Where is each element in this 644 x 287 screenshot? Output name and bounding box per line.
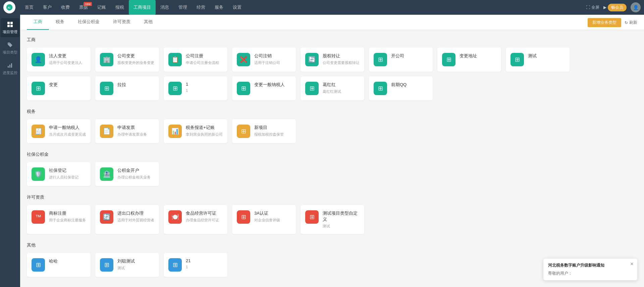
nav-industry[interactable]: 工商项目 <box>129 0 156 15</box>
card-gehr[interactable]: ⊞ 葛红红 葛红红测试 <box>301 76 364 100</box>
card-desc: 1 <box>186 88 223 93</box>
card-desc: 葛红红测试 <box>323 89 360 94</box>
card-title: 申请一般纳税人 <box>49 125 86 131</box>
nav-client[interactable]: 客户 <box>38 0 56 15</box>
license-cards-grid: ™ 商标注册 用于企业商标注册服务 🔄 进出口权办理 适用于对外贸易经营者 🍽️ <box>27 205 637 234</box>
card-equity-transfer[interactable]: 🔄 股权转让 公司变更需要股权转让 <box>301 48 364 72</box>
card-1[interactable]: ⊞ 1 1 <box>164 76 227 100</box>
card-haha[interactable]: ⊞ 哈哈 <box>27 253 91 277</box>
card-desc: 办理申请发票业务 <box>117 132 154 137</box>
card-title: 葛红红 <box>323 82 360 88</box>
logo[interactable]: Ai <box>3 1 15 13</box>
card-21[interactable]: ⊞ 21 1 <box>164 253 227 277</box>
tab-tax[interactable]: 税务 <box>49 15 71 30</box>
tab-license[interactable]: 许可资质 <box>106 15 137 30</box>
content-area: 工商 税务 社保公积金 许可资质 其他 新增业务类型 ↻ 刷新 工商 � <box>20 15 644 287</box>
notification-body: 尊敬的用户： <box>548 270 633 276</box>
user-avatar[interactable]: 👤 <box>631 2 641 12</box>
card-fund-open[interactable]: 🏦 公积金开户 办理公积金相关业务 <box>95 162 159 186</box>
card-test[interactable]: ⊞ 测试 <box>506 48 570 72</box>
play-icon: ▶ <box>603 5 606 10</box>
tab-other[interactable]: 其他 <box>137 15 159 30</box>
card-icon-qq: ⊞ <box>374 82 387 95</box>
sidebar-item-project-type[interactable]: 项目类型 <box>1 39 19 58</box>
card-legal-change[interactable]: 👤 法人变更 适用于公司变更法人 <box>27 48 91 72</box>
card-title: 税务报道+记账 <box>186 125 223 131</box>
section-title-license: 许可资质 <box>27 194 637 200</box>
card-title: 21 <box>186 258 223 263</box>
card-title: 哈哈 <box>49 258 86 264</box>
nav-service[interactable]: 服务 <box>210 0 228 15</box>
card-qq[interactable]: ⊞ 前期QQ <box>369 76 433 100</box>
nav-home[interactable]: 首页 <box>20 0 38 15</box>
card-title: 刘聪测试 <box>117 258 154 264</box>
nav-tax[interactable]: 报税 <box>111 0 129 15</box>
card-trademark[interactable]: ™ 商标注册 用于企业商标注册服务 <box>27 205 91 234</box>
notification-title: 河北税务数字账户升级影响通知 <box>548 263 633 268</box>
card-title: 变更一般纳税人 <box>254 82 291 88</box>
card-general-taxpayer[interactable]: 🧾 申请一般纳税人 当月或次月成变更完成 <box>27 119 91 143</box>
tax-cards-grid: 🧾 申请一般纳税人 当月或次月成变更完成 📄 申请发票 办理申请发票业务 📊 <box>27 119 637 143</box>
nav-bookkeep[interactable]: 记账 <box>93 0 111 15</box>
card-custom-type[interactable]: ⊞ 测试项目类型自定义 测试 <box>301 205 364 234</box>
card-icon-import: 🔄 <box>100 210 113 224</box>
card-title: 新项目 <box>254 125 291 131</box>
card-lala[interactable]: ⊞ 拉拉 <box>95 76 159 100</box>
card-company-change[interactable]: 🏢 公司变更 股权变更外的业务变更 <box>95 48 159 72</box>
card-tax-report[interactable]: 📊 税务报道+记账 拿到营业执照的新公司 <box>164 119 227 143</box>
card-title: 测试 <box>528 53 565 59</box>
card-desc: 办理食品经营许可证 <box>186 218 223 223</box>
card-icon-lala: ⊞ <box>100 82 113 95</box>
sidebar-item-progress[interactable]: 进度监控 <box>1 59 19 78</box>
card-3a-cert[interactable]: ⊞ 3A认证 对企业信誉评级 <box>232 205 296 234</box>
section-title-tax: 税务 <box>27 109 637 115</box>
card-title: 公积金开户 <box>117 167 154 173</box>
card-change-taxpayer[interactable]: ⊞ 变更一般纳税人 <box>232 76 296 100</box>
card-import-export[interactable]: 🔄 进出口权办理 适用于对外贸易经营者 <box>95 205 159 234</box>
card-change-address[interactable]: ⊞ 变更地址 <box>437 48 501 72</box>
card-desc: 用于企业商标注册服务 <box>49 218 86 223</box>
card-icon-cert: ⊞ <box>237 210 250 224</box>
nav-fee[interactable]: 收费 <box>56 0 74 15</box>
card-title: 1 <box>186 82 223 87</box>
nav-message[interactable]: 消息 <box>156 0 174 15</box>
card-change[interactable]: ⊞ 变更 <box>27 76 91 100</box>
card-liucong[interactable]: ⊞ 刘聪测试 测试 <box>95 253 159 277</box>
card-desc: 对企业信誉评级 <box>254 218 291 223</box>
section-title-industry: 工商 <box>27 37 637 43</box>
card-icon-haha: ⊞ <box>32 258 45 272</box>
card-icon-legal: 👤 <box>32 53 45 66</box>
nav-ticket[interactable]: 票据 new <box>74 0 93 15</box>
top-navigation: Ai 首页 客户 收费 票据 new 记账 报税 工商项目 消息 管理 经营 服… <box>0 0 644 15</box>
new-type-button[interactable]: 新增业务类型 <box>588 18 621 27</box>
card-new-project[interactable]: ⊞ 新项目 报税加税控盘保管 <box>232 119 296 143</box>
nav-manage[interactable]: 管理 <box>174 0 192 15</box>
card-icon-test: ⊞ <box>511 53 524 66</box>
card-icon-equity: 🔄 <box>305 53 319 66</box>
fullscreen-button[interactable]: ⛶ 全屏 <box>586 5 599 10</box>
card-desc: 办理公积金相关业务 <box>117 175 154 180</box>
card-icon-food: 🍽️ <box>168 210 182 224</box>
notification-close[interactable]: ✕ <box>630 261 634 267</box>
refresh-button[interactable]: ↻ 刷新 <box>625 20 637 25</box>
card-icon-report: 📊 <box>168 125 182 138</box>
card-food-license[interactable]: 🍽️ 食品经营许可证 办理食品经营许可证 <box>164 205 227 234</box>
card-company-register[interactable]: 📋 公司注册 申请公司注册全流程 <box>164 48 227 72</box>
card-desc: 适用于注销公司 <box>254 60 291 65</box>
notification-popup: ✕ 河北税务数字账户升级影响通知 尊敬的用户： <box>543 259 637 280</box>
card-icon-register: 📋 <box>168 53 182 66</box>
card-icon-21: ⊞ <box>168 258 182 272</box>
tab-social-insurance[interactable]: 社保公积金 <box>71 15 106 30</box>
vip-button[interactable]: ▶ 畅会员 <box>603 4 627 11</box>
card-social-register[interactable]: 🛡️ 社保登记 进行人员社保登记 <box>27 162 91 186</box>
nav-settings[interactable]: 设置 <box>228 0 246 15</box>
nav-business[interactable]: 经营 <box>192 0 210 15</box>
svg-rect-3 <box>7 25 10 27</box>
card-company-cancel[interactable]: ❌ 公司注销 适用于注销公司 <box>232 48 296 72</box>
sidebar-item-project-manage[interactable]: 项目管理 <box>1 18 19 37</box>
card-open-company[interactable]: ⊞ 开公司 <box>369 48 433 72</box>
card-invoice[interactable]: 📄 申请发票 办理申请发票业务 <box>95 119 159 143</box>
tab-industry[interactable]: 工商 <box>27 15 49 30</box>
card-title: 股权转让 <box>323 53 360 59</box>
card-icon-gen-tax: 🧾 <box>32 125 45 138</box>
